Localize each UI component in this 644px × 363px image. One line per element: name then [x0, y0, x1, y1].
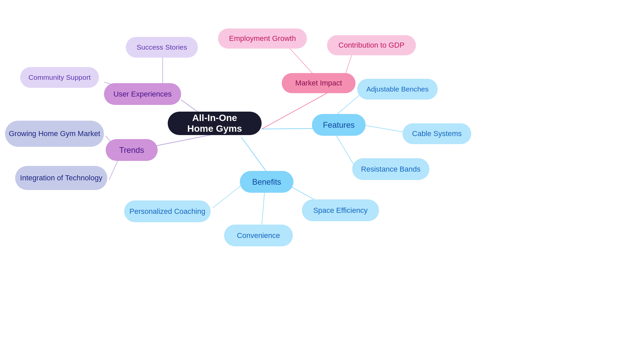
adjustable-benches-node: Adjustable Benches	[357, 79, 438, 100]
space-efficiency-label: Space Efficiency	[313, 206, 368, 215]
growing-home-gym-label: Growing Home Gym Market	[9, 129, 100, 138]
success-stories-label: Success Stories	[137, 43, 187, 51]
market-impact-label: Market Impact	[295, 79, 342, 87]
growing-home-gym-node: Growing Home Gym Market	[5, 121, 104, 147]
center-node: All-In-One Home Gyms	[168, 112, 262, 135]
personalized-coaching-node: Personalized Coaching	[124, 200, 211, 222]
resistance-bands-node: Resistance Bands	[352, 158, 429, 180]
success-stories-node: Success Stories	[126, 37, 198, 58]
svg-line-12	[335, 134, 356, 168]
space-efficiency-node: Space Efficiency	[302, 199, 379, 221]
features-label: Features	[323, 120, 355, 130]
personalized-coaching-label: Personalized Coaching	[129, 207, 205, 216]
community-support-label: Community Support	[29, 73, 91, 81]
contribution-gdp-label: Contribution to GDP	[338, 41, 405, 50]
convenience-label: Convenience	[237, 231, 280, 240]
user-experiences-label: User Experiences	[113, 90, 172, 99]
community-support-node: Community Support	[20, 67, 99, 88]
contribution-gdp-node: Contribution to GDP	[327, 35, 416, 55]
resistance-bands-label: Resistance Bands	[361, 165, 420, 174]
employment-growth-label: Employment Growth	[229, 34, 296, 43]
user-experiences-node: User Experiences	[104, 83, 181, 105]
cable-systems-label: Cable Systems	[412, 129, 462, 138]
integration-tech-node: Integration of Technology	[15, 166, 107, 190]
svg-line-9	[262, 128, 317, 129]
center-label: All-In-One Home Gyms	[181, 113, 248, 134]
adjustable-benches-label: Adjustable Benches	[366, 85, 429, 93]
trends-node: Trends	[106, 139, 158, 161]
integration-tech-label: Integration of Technology	[20, 174, 102, 182]
cable-systems-node: Cable Systems	[402, 123, 471, 144]
convenience-node: Convenience	[224, 225, 293, 246]
svg-line-13	[241, 137, 268, 174]
trends-label: Trends	[119, 145, 144, 155]
benefits-label: Benefits	[252, 177, 281, 187]
market-impact-node: Market Impact	[282, 73, 356, 93]
employment-growth-node: Employment Growth	[218, 28, 307, 49]
features-node: Features	[312, 114, 366, 136]
benefits-node: Benefits	[240, 171, 293, 193]
